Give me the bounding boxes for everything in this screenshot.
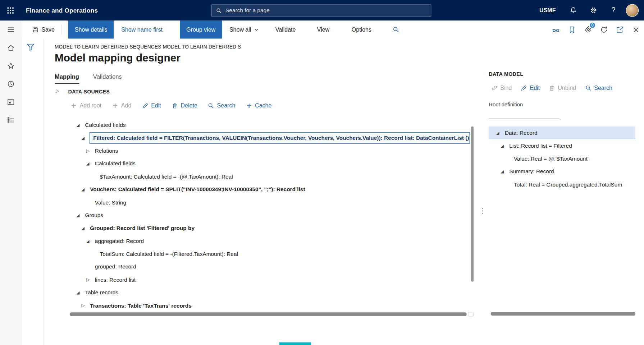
bookmark-icon[interactable] bbox=[568, 26, 576, 33]
user-avatar[interactable] bbox=[626, 4, 639, 17]
expand-icon[interactable]: ▷ bbox=[81, 303, 90, 308]
validate-button[interactable]: Validate bbox=[269, 20, 302, 38]
tab-validations[interactable]: Validations bbox=[93, 73, 122, 84]
show-all-dropdown[interactable]: Show all bbox=[222, 20, 265, 38]
tree-item-label: List: Record list = Filtered bbox=[509, 143, 572, 149]
collapse-icon[interactable]: ◢ bbox=[81, 226, 90, 231]
data-sources-expander-icon[interactable]: ▷ bbox=[56, 88, 59, 94]
tree-item-label: Table records bbox=[85, 290, 118, 296]
collapse-icon[interactable]: ◢ bbox=[76, 213, 85, 218]
bind-button[interactable]: Bind bbox=[491, 84, 512, 91]
tab-strip: Mapping Validations bbox=[55, 73, 122, 84]
popout-icon[interactable] bbox=[616, 26, 624, 33]
tree-item-label: TotalSum: Calculated field = -(Filtered.… bbox=[99, 251, 238, 257]
collapse-icon[interactable]: ◢ bbox=[500, 143, 509, 148]
app-title[interactable]: Finance and Operations bbox=[26, 7, 98, 14]
tree-item[interactable]: ◢Table records bbox=[69, 286, 470, 299]
tree-item[interactable]: ▷Transactions: Table 'TaxTrans' records bbox=[69, 299, 470, 312]
recent-clock-icon[interactable] bbox=[0, 75, 21, 93]
toolbar-button-label: Search bbox=[594, 84, 612, 91]
tree-item-label: Groups bbox=[85, 212, 103, 218]
paperclip-icon[interactable]: 0 bbox=[584, 25, 592, 34]
delete-button[interactable]: Delete bbox=[172, 102, 197, 109]
vertical-scrollbar[interactable] bbox=[471, 126, 474, 282]
gear-icon[interactable] bbox=[583, 0, 603, 20]
collapse-icon[interactable]: ◢ bbox=[76, 123, 85, 128]
tree-item[interactable]: ▷lines: Record list bbox=[69, 273, 470, 286]
tree-item[interactable]: ◢Summary: Record bbox=[489, 165, 635, 178]
home-icon[interactable] bbox=[0, 38, 21, 56]
tree-item-label: Value: String bbox=[95, 199, 126, 206]
filter-icon[interactable] bbox=[26, 43, 35, 51]
collapse-icon[interactable]: ◢ bbox=[86, 161, 95, 166]
collapse-icon[interactable]: ◢ bbox=[495, 130, 504, 135]
tree-item[interactable]: TotalSum: Calculated field = -(Filtered.… bbox=[69, 248, 470, 261]
collapse-icon[interactable]: ◢ bbox=[76, 290, 85, 295]
expand-icon[interactable]: ▷ bbox=[86, 148, 95, 153]
hamburger-menu-icon[interactable] bbox=[0, 20, 21, 38]
tree-item[interactable]: ▷Relations bbox=[69, 144, 470, 157]
toolbar-button-label: Add bbox=[121, 102, 131, 109]
search-button[interactable]: Search bbox=[208, 102, 235, 109]
data-model-horizontal-scrollbar[interactable] bbox=[491, 312, 635, 316]
tree-item[interactable]: ◢Calculated fields bbox=[69, 119, 470, 132]
tree-item-label: grouped: Record bbox=[95, 264, 136, 270]
expand-icon[interactable]: ▷ bbox=[86, 277, 95, 282]
add-root-button[interactable]: Add root bbox=[70, 102, 101, 109]
search-button[interactable]: Search bbox=[585, 84, 612, 91]
tree-item[interactable]: Value: Real = @.'$TaxAmount' bbox=[489, 152, 635, 165]
tree-item[interactable]: ◢Groups bbox=[69, 209, 470, 222]
trash-icon bbox=[549, 85, 555, 91]
favorites-star-icon[interactable] bbox=[0, 57, 21, 75]
collapse-icon[interactable]: ◢ bbox=[81, 187, 90, 192]
modules-icon[interactable] bbox=[0, 111, 21, 129]
workspace-icon[interactable] bbox=[0, 93, 21, 111]
view-menu-button[interactable]: View bbox=[311, 20, 336, 38]
data-sources-horizontal-scrollbar[interactable] bbox=[70, 312, 476, 317]
tree-item[interactable]: ◢Data: Record bbox=[489, 126, 635, 139]
tree-item[interactable]: ◢Vouchers: Calculated field = SPLIT("INV… bbox=[69, 183, 470, 196]
show-name-first-button[interactable]: Show name first bbox=[114, 20, 170, 38]
tree-item[interactable]: $TaxAmount: Calculated field = -(@.TaxAm… bbox=[69, 170, 470, 183]
glasses-icon[interactable] bbox=[552, 26, 560, 33]
action-bar-search-icon[interactable] bbox=[393, 26, 399, 33]
refresh-icon[interactable] bbox=[600, 26, 608, 33]
tree-item[interactable]: ◢aggregated: Record bbox=[69, 235, 470, 248]
edit-button[interactable]: Edit bbox=[521, 84, 540, 91]
root-definition-label: Root definition bbox=[489, 101, 523, 107]
tree-item[interactable]: ◢Filtered: Calculated field = FILTER(Tra… bbox=[69, 132, 470, 144]
company-selector[interactable]: USMF bbox=[532, 7, 563, 13]
page-search-input[interactable] bbox=[225, 8, 427, 14]
help-icon[interactable]: ? bbox=[603, 0, 624, 20]
options-menu-button[interactable]: Options bbox=[345, 20, 378, 38]
group-view-button[interactable]: Group view bbox=[180, 20, 222, 38]
tree-item[interactable]: ◢List: Record list = Filtered bbox=[489, 139, 635, 152]
tree-item[interactable]: Total: Real = Grouped.aggregated.TotalSu… bbox=[489, 178, 635, 191]
add-button[interactable]: Add bbox=[112, 102, 132, 109]
show-details-button[interactable]: Show details bbox=[68, 20, 114, 38]
save-button[interactable]: Save bbox=[27, 20, 59, 38]
tree-item[interactable]: Value: String bbox=[69, 196, 470, 209]
edit-button[interactable]: Edit bbox=[142, 102, 161, 109]
data-sources-tree: ◢Calculated fields◢Filtered: Calculated … bbox=[69, 119, 470, 312]
tree-item[interactable]: grouped: Record bbox=[69, 261, 470, 273]
bell-icon[interactable] bbox=[563, 0, 583, 20]
collapse-icon[interactable]: ◢ bbox=[86, 239, 95, 243]
tree-item-label: lines: Record list bbox=[95, 277, 136, 283]
collapse-icon[interactable]: ◢ bbox=[81, 136, 90, 141]
cache-button[interactable]: Cache bbox=[246, 102, 271, 109]
waffle-menu-icon[interactable] bbox=[0, 0, 20, 20]
link-icon bbox=[491, 85, 497, 91]
tree-item[interactable]: ◢Grouped: Record list 'Filtered' group b… bbox=[69, 222, 470, 235]
collapse-icon[interactable]: ◢ bbox=[500, 169, 509, 174]
tree-item-label: Calculated fields bbox=[95, 161, 136, 167]
top-navigation-bar: Finance and Operations USMF ? bbox=[0, 0, 644, 20]
panel-splitter-handle[interactable]: ⋮ bbox=[479, 207, 485, 215]
close-icon[interactable] bbox=[632, 26, 640, 33]
tab-mapping[interactable]: Mapping bbox=[55, 73, 79, 84]
scrollbar-thumb[interactable] bbox=[70, 312, 466, 316]
tree-item[interactable]: ◢Calculated fields bbox=[69, 157, 470, 170]
unbind-button[interactable]: Unbind bbox=[549, 84, 576, 91]
record-caption: MODEL TO LEARN DEFERRED SEQUENCES MODEL … bbox=[55, 44, 241, 50]
page-search-box[interactable] bbox=[211, 5, 431, 17]
